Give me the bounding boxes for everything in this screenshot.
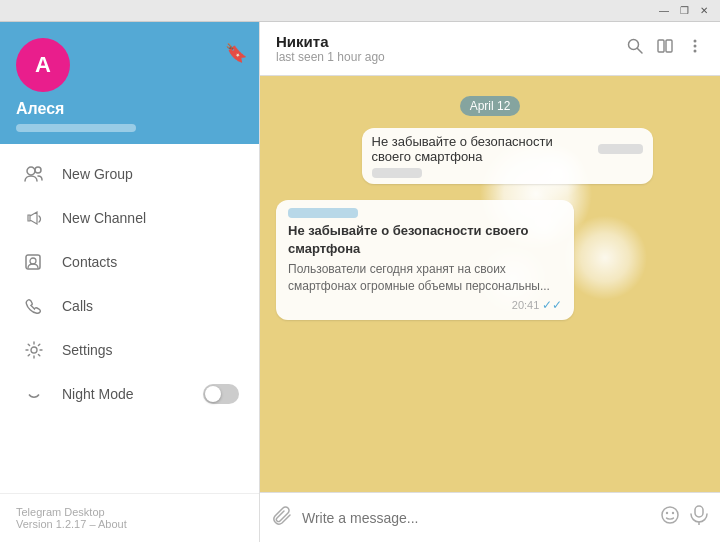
new-group-icon (20, 164, 48, 184)
message-text: Не забывайте о безопасности своего смарт… (372, 134, 592, 164)
close-button[interactable]: ✕ (696, 3, 712, 19)
sidebar-item-new-group[interactable]: New Group (0, 152, 259, 196)
night-mode-toggle[interactable] (203, 384, 239, 404)
svg-point-13 (672, 512, 674, 514)
message-bubble: Не забывайте о безопасности своего смарт… (362, 128, 653, 184)
message-time: 20:41 ✓✓ (288, 298, 562, 312)
search-icon[interactable] (626, 37, 644, 60)
sidebar-item-settings[interactable]: Settings (0, 328, 259, 372)
chat-name: Никита (276, 33, 626, 50)
redacted-bar (598, 144, 643, 154)
svg-point-3 (30, 258, 36, 264)
sidebar-item-calls[interactable]: Calls (0, 284, 259, 328)
app-version: Version 1.2.17 – About (16, 518, 243, 530)
emoji-icon[interactable] (660, 505, 680, 530)
app-name: Telegram Desktop (16, 506, 243, 518)
forward-preview: Пользователи сегодня хранят на своихсмар… (288, 261, 562, 295)
svg-point-8 (694, 40, 697, 43)
date-badge: April 12 (460, 96, 521, 116)
sidebar: А Алеся 🔖 New Group (0, 22, 260, 542)
night-mode-label: Night Mode (62, 386, 203, 402)
message-text-redacted: Не забывайте о безопасности своего смарт… (372, 134, 643, 164)
minimize-button[interactable]: — (656, 3, 672, 19)
sidebar-username: Алеся (16, 100, 136, 118)
calls-label: Calls (62, 298, 239, 314)
chat-header-actions (626, 37, 704, 60)
titlebar: — ❐ ✕ (0, 0, 720, 22)
new-channel-icon (20, 208, 48, 228)
chat-area: Никита last seen 1 hour ago (260, 22, 720, 542)
svg-point-4 (31, 347, 37, 353)
svg-rect-14 (695, 506, 703, 517)
contacts-label: Contacts (62, 254, 239, 270)
attach-icon[interactable] (272, 505, 292, 530)
forward-from (288, 208, 562, 218)
svg-point-9 (694, 45, 697, 48)
app-body: А Алеся 🔖 New Group (0, 22, 720, 542)
messages-content: April 12 Не забывайте о безопасности сво… (260, 76, 720, 348)
forward-name-bar (288, 208, 358, 218)
svg-point-1 (35, 167, 41, 173)
new-group-label: New Group (62, 166, 239, 182)
svg-point-12 (666, 512, 668, 514)
redacted-bar-2 (372, 168, 422, 178)
settings-icon (20, 340, 48, 360)
new-channel-label: New Channel (62, 210, 239, 226)
message-input[interactable] (302, 510, 650, 526)
chat-status: last seen 1 hour ago (276, 50, 626, 64)
sidebar-header: А Алеся 🔖 (0, 22, 259, 144)
svg-point-10 (694, 50, 697, 53)
sidebar-menu: New Group New Channel (0, 144, 259, 493)
time-value: 20:41 (512, 299, 540, 311)
contacts-icon (20, 252, 48, 272)
svg-rect-7 (666, 40, 672, 52)
forward-message-bubble: Не забывайте о безопасности своегосмартф… (276, 200, 574, 320)
restore-button[interactable]: ❐ (676, 3, 692, 19)
svg-rect-6 (658, 40, 664, 52)
bookmark-icon[interactable]: 🔖 (225, 42, 247, 64)
sidebar-subtitle-bar (16, 124, 136, 132)
sidebar-footer: Telegram Desktop Version 1.2.17 – About (0, 493, 259, 542)
chat-header: Никита last seen 1 hour ago (260, 22, 720, 76)
chat-input-bar (260, 492, 720, 542)
settings-label: Settings (62, 342, 239, 358)
calls-icon (20, 296, 48, 316)
more-icon[interactable] (686, 37, 704, 60)
sidebar-item-night-mode[interactable]: Night Mode (0, 372, 259, 416)
forward-title: Не забывайте о безопасности своегосмартф… (288, 222, 562, 257)
message-redacted-line2 (372, 168, 643, 178)
svg-point-0 (27, 167, 35, 175)
night-mode-icon (20, 384, 48, 404)
read-icon: ✓✓ (542, 298, 562, 312)
avatar: А (16, 38, 70, 92)
chat-messages: April 12 Не забывайте о безопасности сво… (260, 76, 720, 492)
sidebar-item-new-channel[interactable]: New Channel (0, 196, 259, 240)
svg-point-11 (662, 507, 678, 523)
chat-header-info: Никита last seen 1 hour ago (276, 33, 626, 64)
microphone-icon[interactable] (690, 505, 708, 530)
sidebar-item-contacts[interactable]: Contacts (0, 240, 259, 284)
columns-icon[interactable] (656, 37, 674, 60)
